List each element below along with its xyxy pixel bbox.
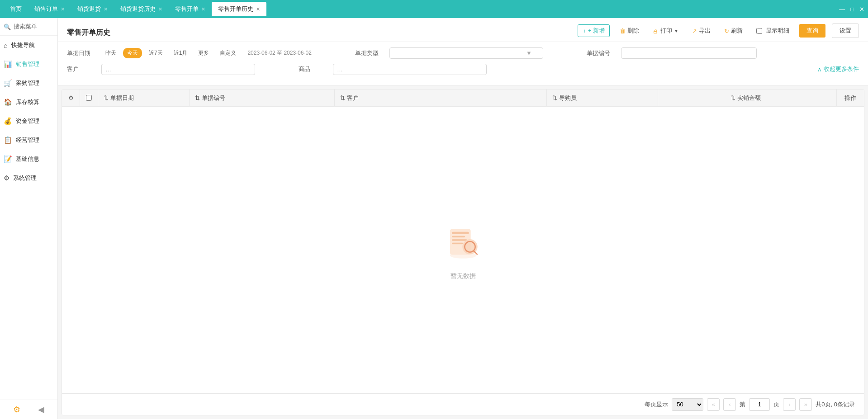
close-btn-window[interactable]: ✕ — [859, 6, 864, 13]
next-page-btn[interactable]: › — [783, 398, 796, 411]
th-salesperson-sort-icon: ⇅ — [552, 94, 557, 101]
th-num-sort-icon: ⇅ — [195, 94, 200, 101]
filter-area: 单据日期 昨天 今天 近7天 近1月 更多 自定义 2023-06-02 至 2… — [58, 42, 868, 85]
page-number-input[interactable] — [749, 398, 770, 411]
sidebar-search-label: 搜索菜单 — [14, 23, 37, 31]
sidebar-item-operations[interactable]: 📋 经营管理 — [0, 131, 57, 150]
tab-retail-open-label: 零售开单 — [175, 5, 199, 13]
th-amount[interactable]: ⇅ 实销金额 — [725, 89, 837, 106]
new-label: + 新增 — [588, 27, 605, 35]
query-button[interactable]: 查询 — [799, 24, 825, 38]
th-customer-label: 客户 — [347, 94, 359, 102]
export-button[interactable]: ↗ 导出 — [688, 25, 714, 37]
settings-button[interactable]: 设置 — [832, 24, 859, 38]
svg-rect-4 — [452, 239, 467, 240]
doc-type-arrow: ▼ — [526, 50, 532, 56]
delete-icon: 🗑 — [620, 28, 626, 34]
doc-type-select[interactable]: ▼ — [389, 47, 543, 59]
page-header: 零售开单历史 + + 新增 🗑 删除 🖨 打印 ▼ ↗ 导出 — [58, 18, 868, 42]
customer-label: 客户 — [67, 65, 94, 73]
tab-sales-return-close[interactable]: ✕ — [104, 6, 108, 12]
th-salesperson-label: 导购员 — [559, 94, 577, 102]
maximize-btn[interactable]: □ — [850, 6, 854, 13]
export-label: 导出 — [699, 27, 711, 35]
collapse-btn[interactable]: ∧ 收起更多条件 — [817, 63, 859, 75]
sidebar-collapse-icon[interactable]: ◀ — [38, 405, 44, 414]
tab-sales-return-history-close[interactable]: ✕ — [158, 6, 162, 12]
delete-button[interactable]: 🗑 删除 — [616, 25, 643, 37]
tab-retail-open[interactable]: 零售开单 ✕ — [169, 2, 212, 16]
sidebar-item-system[interactable]: ⚙ 系统管理 — [0, 169, 57, 188]
page-label-pre: 第 — [740, 400, 745, 409]
more-date-btn[interactable]: 更多 — [194, 48, 213, 58]
sidebar-item-sales-mgmt[interactable]: 📊 销售管理 — [0, 55, 57, 74]
sidebar-item-inventory[interactable]: 🏠 库存核算 — [0, 93, 57, 112]
refresh-button[interactable]: ↻ 刷新 — [721, 25, 746, 37]
tab-home[interactable]: 首页 — [4, 2, 28, 16]
tab-retail-open-history-label: 零售开单历史 — [218, 5, 253, 13]
tab-sales-return[interactable]: 销货退货 ✕ — [71, 2, 114, 16]
display-col-button[interactable]: 显示明细 — [753, 25, 793, 37]
today-btn[interactable]: 今天 — [123, 48, 142, 58]
main-layout: 🔍 搜索菜单 ⌂ 快捷导航 📊 销售管理 🛒 采购管理 🏠 库存核算 💰 资金管… — [0, 18, 868, 419]
prev-page-btn[interactable]: ‹ — [723, 398, 736, 411]
th-date-label: 单据日期 — [110, 94, 134, 102]
inventory-icon: 🏠 — [4, 98, 12, 106]
sidebar-item-inventory-label: 库存核算 — [16, 98, 39, 106]
doc-no-input[interactable] — [621, 47, 757, 59]
sidebar-item-finance-label: 资金管理 — [16, 117, 39, 125]
tab-sales-return-history[interactable]: 销货退货历史 ✕ — [114, 2, 169, 16]
pagination: 每页显示 50 10 20 100 « ‹ 第 页 › — [62, 393, 864, 415]
date-quick-filters: 昨天 今天 近7天 近1月 更多 自定义 — [101, 48, 240, 58]
th-checkbox[interactable] — [80, 89, 98, 106]
new-button[interactable]: + + 新增 — [578, 24, 610, 37]
tab-retail-open-history-close[interactable]: ✕ — [256, 6, 260, 12]
collapse-label: 收起更多条件 — [824, 65, 859, 73]
sidebar-bottom: ⚙ ◀ — [0, 400, 57, 419]
sidebar-search[interactable]: 🔍 搜索菜单 — [0, 18, 57, 36]
toolbar: + + 新增 🗑 删除 🖨 打印 ▼ ↗ 导出 ↻ — [578, 24, 859, 42]
empty-state: 暂无数据 — [62, 107, 864, 393]
last-page-btn[interactable]: » — [799, 398, 812, 411]
refresh-label: 刷新 — [731, 27, 743, 35]
tab-retail-open-close[interactable]: ✕ — [201, 6, 205, 12]
sidebar-item-finance[interactable]: 💰 资金管理 — [0, 112, 57, 131]
tab-retail-open-history[interactable]: 零售开单历史 ✕ — [212, 2, 266, 16]
sidebar-item-system-label: 系统管理 — [13, 174, 37, 182]
th-date[interactable]: ⇅ 单据日期 — [98, 89, 190, 106]
th-num[interactable]: ⇅ 单据编号 — [190, 89, 335, 106]
sidebar-item-basic-info-label: 基础信息 — [16, 155, 39, 163]
last1month-btn[interactable]: 近1月 — [170, 48, 192, 58]
sidebar-item-quick-nav[interactable]: ⌂ 快捷导航 — [0, 36, 57, 55]
prev-page-icon: ‹ — [729, 401, 730, 408]
sidebar-item-sales-mgmt-label: 销售管理 — [16, 60, 39, 68]
minimize-btn[interactable]: — — [839, 6, 845, 13]
sidebar-item-purchase-mgmt[interactable]: 🛒 采购管理 — [0, 74, 57, 93]
th-settings[interactable]: ⚙ — [62, 89, 80, 106]
select-all-checkbox[interactable] — [86, 95, 92, 101]
tab-bar: 首页 销售订单 ✕ 销货退货 ✕ 销货退货历史 ✕ 零售开单 ✕ 零售开单历史 … — [0, 0, 868, 18]
goods-select[interactable]: … — [333, 64, 487, 75]
sidebar-item-basic-info[interactable]: 📝 基础信息 — [0, 150, 57, 169]
display-col-checkbox[interactable] — [756, 28, 762, 34]
search-icon: 🔍 — [4, 24, 11, 30]
last7days-btn[interactable]: 近7天 — [145, 48, 167, 58]
print-button[interactable]: 🖨 打印 ▼ — [649, 25, 682, 37]
doc-type-label: 单据类型 — [355, 49, 382, 57]
tab-sales-return-label: 销货退货 — [77, 5, 101, 13]
th-salesperson[interactable]: ⇅ 导购员 — [547, 89, 659, 106]
goods-label: 商品 — [299, 65, 326, 73]
first-page-btn[interactable]: « — [707, 398, 720, 411]
yesterday-btn[interactable]: 昨天 — [101, 48, 120, 58]
tab-sales-order-close[interactable]: ✕ — [61, 6, 65, 12]
content-area: 零售开单历史 + + 新增 🗑 删除 🖨 打印 ▼ ↗ 导出 — [58, 18, 868, 419]
tab-sales-order[interactable]: 销售订单 ✕ — [28, 2, 71, 16]
filter-row-2: 客户 … 商品 … ∧ 收起更多条件 — [67, 63, 859, 75]
sidebar-settings-icon[interactable]: ⚙ — [13, 405, 20, 414]
customer-select[interactable]: … — [101, 64, 255, 75]
per-page-select[interactable]: 50 10 20 100 — [672, 398, 703, 411]
last-page-icon: » — [804, 401, 807, 408]
doc-no-label: 单据编号 — [587, 49, 614, 57]
th-customer[interactable]: ⇅ 客户 — [335, 89, 547, 106]
custom-date-btn[interactable]: 自定义 — [216, 48, 240, 58]
